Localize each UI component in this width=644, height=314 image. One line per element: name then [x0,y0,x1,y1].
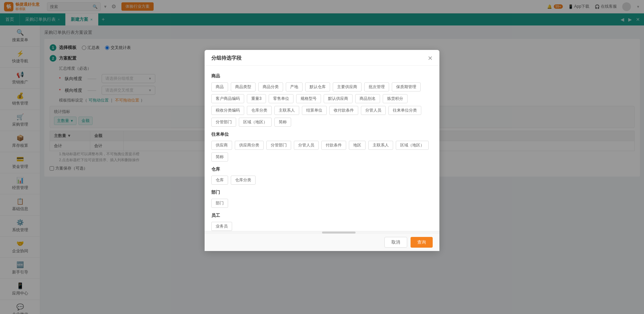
chip-default-supplier[interactable]: 默认供应商 [324,94,353,103]
chip-goods-alias[interactable]: 商品别名 [355,94,380,103]
chip-origin[interactable]: 产地 [286,82,303,91]
chip-short-name[interactable]: 简称 [274,118,291,127]
modal-footer: 取消 查询 [205,233,439,251]
chip-retail-unit[interactable]: 零售单位 [269,94,293,103]
chip-settlement-unit[interactable]: 结算单位 [302,106,327,115]
modal: 分组待选字段 ✕ 商品 商品 商品类型 商品分类 产地 默认仓库 主要供应商 批… [205,50,439,251]
modal-overlay: 分组待选字段 ✕ 商品 商品 商品类型 商品分类 产地 默认仓库 主要供应商 批… [0,0,644,314]
chip-manager[interactable]: 分管人员 [361,106,386,115]
section-goods-chips: 商品 商品类型 商品分类 产地 默认仓库 主要供应商 批次管理 保质期管理 客户… [211,82,433,127]
chip-batch-mgmt[interactable]: 批次管理 [364,82,389,91]
chip-goods-type[interactable]: 商品类型 [231,82,256,91]
chip-tax-code[interactable]: 税收分类编码 [211,106,244,115]
section-partner-title: 往来单位 [211,131,433,137]
section-warehouse-title: 仓库 [211,166,433,172]
section-employee-title: 员工 [211,212,433,218]
chip-customer-code[interactable]: 客户商品编码 [211,94,244,103]
chip-main-supplier[interactable]: 主要供应商 [333,82,362,91]
modal-body: 商品 商品 商品类型 商品分类 产地 默认仓库 主要供应商 批次管理 保质期管理… [205,66,439,231]
chip-dept[interactable]: 分管部门 [211,118,236,127]
chip-weight3[interactable]: 重量3 [247,94,266,103]
chip-payment-condition[interactable]: 付款条件 [321,141,346,150]
chip-unit-category[interactable]: 往来单位分类 [388,106,421,115]
modal-header: 分组待选字段 ✕ [205,50,439,66]
section-partner-chips: 供应商 供应商分类 分管部门 分管人员 付款条件 地区 主联系人 区域（地区） … [211,141,433,162]
chip-payment-terms[interactable]: 收付款条件 [329,106,358,115]
chip-partner-dept[interactable]: 分管部门 [266,141,291,150]
chip-supplier-category[interactable]: 供应商分类 [235,141,264,150]
chip-partner-region[interactable]: 区域（地区） [396,141,429,150]
chip-warehouse-cat[interactable]: 仓库分类 [231,176,256,185]
section-dept-title: 部门 [211,189,433,195]
chip-region[interactable]: 区域（地区） [239,118,272,127]
chip-partner-contact[interactable]: 主联系人 [368,141,393,150]
chip-department[interactable]: 部门 [211,199,228,208]
modal-hscroll-thumb [322,232,356,234]
chip-partner-manager[interactable]: 分管人员 [294,141,319,150]
chip-area[interactable]: 地区 [349,141,366,150]
modal-title: 分组待选字段 [211,55,241,61]
chip-spec-model[interactable]: 规格型号 [296,94,321,103]
chip-salesperson[interactable]: 业务员 [211,222,232,231]
chip-warehouse[interactable]: 仓库 [211,176,228,185]
chip-default-warehouse[interactable]: 默认仓库 [305,82,330,91]
chip-main-contact[interactable]: 主联系人 [274,106,299,115]
modal-close-btn[interactable]: ✕ [428,55,433,62]
chip-partner-short[interactable]: 简称 [211,152,228,162]
chip-goods-category[interactable]: 商品分类 [258,82,283,91]
cancel-button[interactable]: 取消 [384,237,407,248]
confirm-button[interactable]: 查询 [411,237,433,248]
chip-warehouse-category[interactable]: 仓库分类 [247,106,272,115]
section-warehouse-chips: 仓库 仓库分类 [211,176,433,185]
chip-expiry-mgmt[interactable]: 保质期管理 [392,82,421,91]
section-employee-chips: 业务员 [211,222,433,231]
chip-refine-points[interactable]: 炼货积分 [383,94,408,103]
chip-goods[interactable]: 商品 [211,82,228,91]
section-dept-chips: 部门 [211,199,433,208]
section-goods-title: 商品 [211,73,433,79]
chip-supplier[interactable]: 供应商 [211,141,232,150]
modal-hscroll[interactable] [205,231,439,233]
